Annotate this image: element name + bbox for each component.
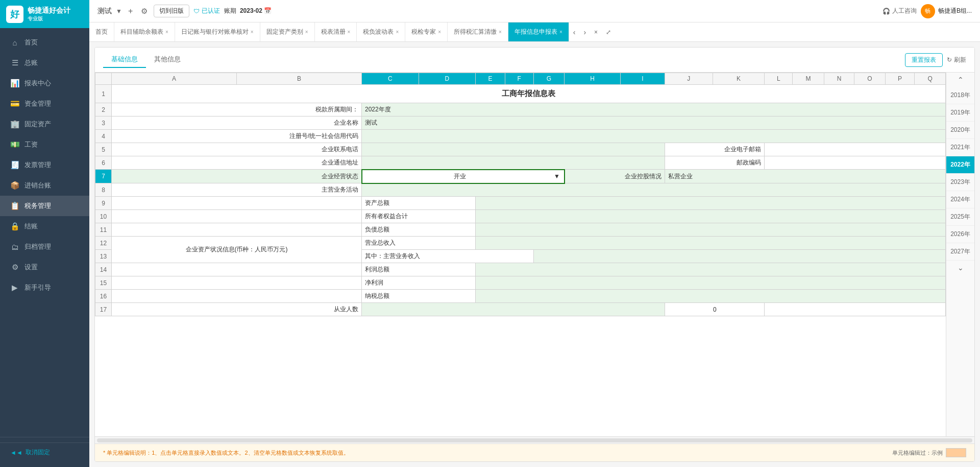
ownership-value[interactable]: 私营企业 [665, 170, 945, 183]
year-item-2023[interactable]: 2023年 [946, 174, 974, 191]
reset-report-button[interactable]: 重置报表 [905, 53, 943, 67]
sidebar-item-label: 结账 [24, 222, 38, 231]
sidebar-item-tax[interactable]: 📋 税务管理 [0, 196, 89, 216]
tab-annual-report[interactable]: 年报信息申报表 × [508, 22, 569, 41]
tab-close-icon[interactable]: × [165, 29, 168, 35]
user-menu[interactable]: 畅 畅捷通B组... [921, 4, 972, 18]
sheet-tab-other[interactable]: 其他信息 [146, 52, 189, 68]
sidebar-item-invoice[interactable]: 🧾 发票管理 [0, 155, 89, 175]
tab-income-tax[interactable]: 所得税汇算清缴 × [448, 22, 508, 41]
main-area: 测试 ▼ + ⚙ 切到旧版 🛡 已认证 账期 2023-02 📅 🎧 人工咨询 … [89, 0, 980, 467]
year-item-2018[interactable]: 2018年 [946, 87, 974, 104]
unpin-button[interactable]: ◄◄ 取消固定 [0, 442, 89, 462]
year-scroll-down-button[interactable]: ⌄ [958, 264, 964, 272]
logo-icon: 好 [6, 6, 23, 23]
net-profit-value[interactable] [476, 276, 946, 290]
main-revenue-value[interactable] [533, 250, 945, 263]
sheet-title-cell[interactable]: 工商年报信息表 [112, 85, 946, 103]
company-name-value[interactable]: 测试 [362, 116, 946, 130]
sidebar-item-payroll[interactable]: 💵 工资 [0, 134, 89, 155]
equity-label: 所有者权益合计 [362, 210, 476, 223]
sidebar-item-close[interactable]: 🔒 结账 [0, 216, 89, 237]
row-header: 6 [95, 156, 112, 170]
sidebar-item-settings[interactable]: ⚙ 设置 [0, 257, 89, 277]
tab-close-icon[interactable]: × [305, 29, 308, 35]
sidebar-item-stockledger[interactable]: 📦 进销台账 [0, 175, 89, 196]
main-biz-value[interactable] [362, 183, 946, 197]
tab-close-icon[interactable]: × [499, 29, 502, 35]
sheet-tab-basic[interactable]: 基础信息 [103, 52, 146, 68]
sidebar-item-archive[interactable]: 🗂 归档管理 [0, 237, 89, 257]
tab-fixed-assets[interactable]: 固定资产类别 × [260, 22, 315, 41]
refresh-button[interactable]: ↻ 刷新 [947, 56, 966, 64]
year-item-2020[interactable]: 2020年 [946, 122, 974, 139]
year-item-2025[interactable]: 2025年 [946, 208, 974, 226]
year-item-2026[interactable]: 2026年 [946, 226, 974, 243]
row-header: 3 [95, 116, 112, 130]
tab-aux-balance[interactable]: 科目辅助余额表 × [114, 22, 175, 41]
tab-close-icon[interactable]: × [438, 29, 441, 35]
tab-close-icon[interactable]: × [559, 29, 562, 35]
year-item-2024[interactable]: 2024年 [946, 191, 974, 208]
email-value[interactable] [765, 143, 946, 156]
tab-journal-bank[interactable]: 日记账与银行对账单核对 × [175, 22, 260, 41]
sidebar-item-reports[interactable]: 📊 报表中心 [0, 73, 89, 94]
refresh-icon: ↻ [947, 56, 952, 63]
tab-close-icon[interactable]: × [348, 29, 351, 35]
total-assets-value[interactable] [476, 197, 946, 210]
phone-value[interactable] [362, 143, 665, 156]
horizontal-scrollbar-area[interactable] [95, 436, 974, 443]
tab-tax-return[interactable]: 税表清册 × [315, 22, 357, 41]
profit-value[interactable] [476, 263, 946, 276]
postcode-value[interactable] [765, 156, 946, 170]
grid-area[interactable]: A B C D E F G H I J K L [95, 73, 946, 436]
switch-version-button[interactable]: 切到旧版 [154, 5, 189, 17]
horizontal-scrollbar[interactable] [97, 438, 972, 442]
tab-prev-button[interactable]: ‹ [569, 22, 580, 41]
app-name: 畅捷通好会计 [28, 6, 70, 15]
tab-label: 税检专家 [411, 28, 436, 36]
refresh-label: 刷新 [954, 56, 966, 64]
sidebar-item-funds[interactable]: 💳 资金管理 [0, 94, 89, 114]
year-item-2021[interactable]: 2021年 [946, 139, 974, 156]
tab-tax-change[interactable]: 税负波动表 × [357, 22, 405, 41]
period-value-cell[interactable]: 2022年度 [362, 103, 946, 116]
tab-next-button[interactable]: › [579, 22, 590, 41]
close-all-tabs-button[interactable]: × [590, 29, 602, 36]
sidebar-item-home[interactable]: ⌂ 首页 [0, 32, 89, 53]
example-label: 单元格编辑过：示例 [892, 449, 943, 457]
tax-total-value[interactable] [476, 290, 946, 303]
topbar-add-button[interactable]: + [126, 5, 135, 18]
tab-label: 年报信息申报表 [514, 28, 557, 36]
col-A: A [112, 73, 237, 85]
topbar-dropdown-icon[interactable]: ▼ [116, 8, 122, 15]
year-scroll-up-button[interactable]: ⌃ [958, 76, 964, 84]
reg-no-value[interactable] [362, 130, 946, 143]
employees-value2[interactable]: 0 [665, 303, 765, 316]
col-K: K [713, 73, 765, 85]
expand-button[interactable]: ⤢ [602, 29, 615, 36]
revenue-value[interactable] [476, 237, 946, 250]
topbar-settings-button[interactable]: ⚙ [139, 5, 150, 18]
equity-value[interactable] [476, 210, 946, 223]
sidebar-item-guide[interactable]: ▶ 新手引导 [0, 277, 89, 298]
tab-close-icon[interactable]: × [396, 29, 399, 35]
year-item-2027[interactable]: 2027年 [946, 243, 974, 261]
sidebar-item-assets[interactable]: 🏢 固定资产 [0, 114, 89, 134]
employees-value1[interactable] [362, 303, 665, 316]
biz-status-value[interactable]: 开业 ▼ [362, 170, 565, 183]
address-value[interactable] [362, 156, 665, 170]
dropdown-arrow-icon[interactable]: ▼ [554, 173, 560, 180]
close-module-icon: 🔒 [10, 222, 19, 231]
app-logo: 好 畅捷通好会计 专业版 [0, 0, 89, 28]
employees-value3[interactable] [765, 303, 946, 316]
liab-value[interactable] [476, 223, 946, 237]
sidebar-item-ledger[interactable]: ☰ 总账 [0, 53, 89, 73]
tab-home[interactable]: 首页 [89, 22, 114, 41]
help-button[interactable]: 🎧 人工咨询 [883, 7, 917, 15]
tab-close-icon[interactable]: × [251, 29, 254, 35]
year-item-2022[interactable]: 2022年 [946, 156, 974, 174]
tab-tax-check[interactable]: 税检专家 × [405, 22, 448, 41]
year-item-2019[interactable]: 2019年 [946, 104, 974, 122]
spreadsheet-scroll[interactable]: A B C D E F G H I J K L [95, 73, 974, 436]
